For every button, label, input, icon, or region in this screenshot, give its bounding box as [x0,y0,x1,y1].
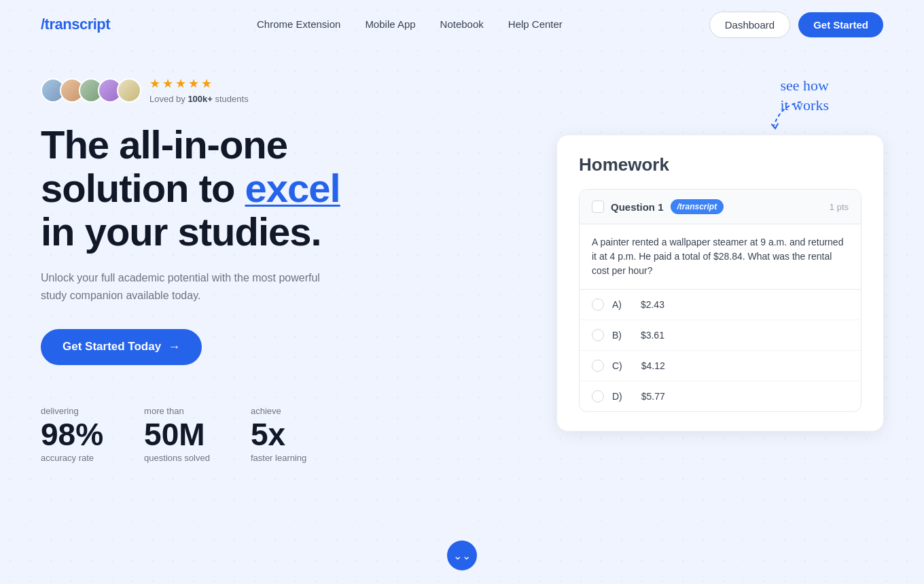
answer-option-c[interactable]: C) $4.12 [580,351,861,381]
star-rating: ★ ★ ★ ★ ★ [149,76,249,91]
cta-label: Get Started Today [63,340,161,354]
answer-value: $3.61 [641,330,664,341]
stat-label-bottom: questions solved [144,453,210,463]
answer-letter: C) [612,360,622,371]
logo[interactable]: /transcript [41,16,110,33]
star-icon: ★ [149,76,160,91]
radio-button[interactable] [592,360,604,372]
answer-option-a[interactable]: A) $2.43 [580,290,861,320]
stat-label-bottom: faster learning [251,453,306,463]
answer-value: $5.77 [641,391,665,402]
question-label: Question 1 [611,201,664,213]
headline-accent: excel [245,166,340,210]
radio-button[interactable] [592,298,604,311]
answer-value: $4.12 [641,360,665,371]
stat-label-bottom: accuracy rate [41,453,103,463]
nav-right: Dashboard Get Started [709,12,883,38]
nav-help-center[interactable]: Help Center [508,18,563,30]
dashboard-button[interactable]: Dashboard [709,12,790,38]
arrow-icon: → [168,340,180,354]
navbar: /transcript Chrome Extension Mobile App … [0,0,924,49]
question-badge: /transcript [671,199,724,214]
stars-and-text: ★ ★ ★ ★ ★ Loved by 100k+ students [149,76,249,104]
homework-card: Homework Question 1 /transcript 1 pts A … [557,135,883,431]
question-pts: 1 pts [830,202,849,212]
stats-section: delivering 98% accuracy rate more than 5… [41,406,448,464]
chevron-down-icon: ⌄⌄ [453,549,471,562]
stat-label-top: delivering [41,406,103,416]
hero-right: see howit works Homework Question 1 /tra… [476,76,883,463]
question-checkbox[interactable] [592,201,604,213]
hero-left: ★ ★ ★ ★ ★ Loved by 100k+ students The al… [41,76,448,463]
see-how-annotation: see howit works [781,76,830,115]
answer-letter: B) [612,330,622,341]
stat-value: 5x [251,417,306,452]
star-icon: ★ [201,76,212,91]
star-icon: ★ [162,76,173,91]
stat-accuracy: delivering 98% accuracy rate [41,406,103,464]
answer-letter: D) [612,391,622,402]
radio-button[interactable] [592,390,604,402]
stat-label-top: more than [144,406,210,416]
question-header: Question 1 /transcript 1 pts [580,190,861,224]
homework-title: Homework [579,154,861,175]
cta-button[interactable]: Get Started Today → [41,329,202,365]
loved-text: Loved by 100k+ students [149,94,249,104]
question-body: A painter rented a wallpaper steamer at … [580,224,861,290]
stat-value: 50M [144,417,210,452]
question-header-left: Question 1 /transcript [592,199,724,214]
stat-value: 98% [41,417,103,452]
avatar [117,78,141,103]
question-card: Question 1 /transcript 1 pts A painter r… [579,189,861,412]
radio-button[interactable] [592,329,604,341]
nav-links: Chrome Extension Mobile App Notebook Hel… [257,18,563,31]
nav-notebook[interactable]: Notebook [440,18,484,30]
hero-section: ★ ★ ★ ★ ★ Loved by 100k+ students The al… [0,49,924,504]
answer-option-b[interactable]: B) $3.61 [580,320,861,351]
nav-mobile-app[interactable]: Mobile App [365,18,415,30]
hero-headline: The all-in-one solution to excel in your… [41,123,448,253]
arrow-curve-icon [767,99,808,135]
stat-learning: achieve 5x faster learning [251,406,306,464]
avatars [41,78,141,103]
nav-chrome-extension[interactable]: Chrome Extension [257,18,340,30]
star-icon: ★ [175,76,186,91]
hero-subheadline: Unlock your full academic potential with… [41,269,346,304]
scroll-down-button[interactable]: ⌄⌄ [447,540,477,570]
answer-option-d[interactable]: D) $5.77 [580,381,861,411]
answer-letter: A) [612,299,622,310]
social-proof: ★ ★ ★ ★ ★ Loved by 100k+ students [41,76,448,104]
stat-questions: more than 50M questions solved [144,406,210,464]
stat-label-top: achieve [251,406,306,416]
star-icon: ★ [188,76,199,91]
get-started-nav-button[interactable]: Get Started [798,12,883,37]
answer-value: $2.43 [641,299,664,310]
